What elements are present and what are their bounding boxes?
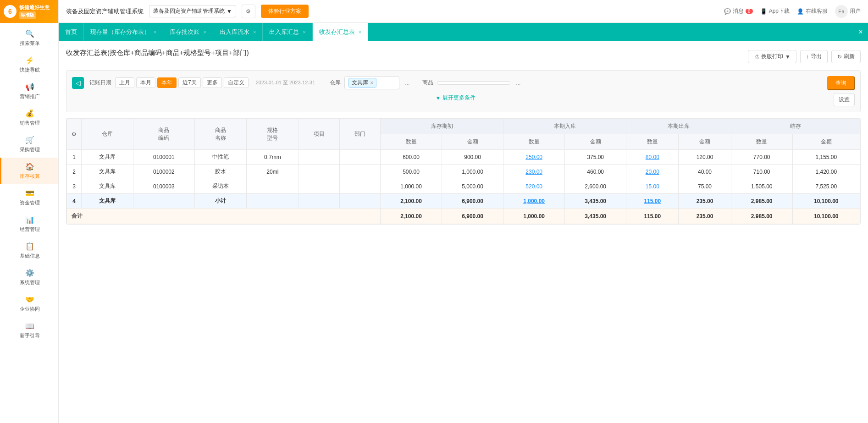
tab-close-icon[interactable]: × — [303, 29, 305, 35]
col-settings[interactable]: ⚙ — [67, 119, 82, 150]
date-btn-last-month[interactable]: 上月 — [115, 77, 134, 88]
basic-info-icon: 📋 — [25, 242, 34, 251]
row-open-qty: 2,100.00 — [381, 194, 442, 209]
warehouse-tag-close[interactable]: × — [370, 80, 373, 86]
tab-close-icon[interactable]: × — [359, 29, 361, 35]
col-out-header: 本期出库 — [626, 119, 731, 134]
app-tag: 标准版 — [19, 11, 36, 19]
col-warehouse-header: 仓库 — [82, 119, 133, 150]
row-goods-code — [133, 194, 194, 209]
date-shortcuts: 上月 本月 本年 近7天 更多 自定义 — [115, 77, 249, 88]
guide-icon: 📖 — [25, 322, 34, 330]
tab-home[interactable]: 首页 — [59, 23, 84, 41]
sidebar-item-label: 销售管理 — [20, 120, 40, 126]
col-in-amt-header: 金额 — [565, 134, 626, 150]
row-out-qty[interactable]: 15.00 — [626, 179, 679, 194]
row-in-amt: 3,435.00 — [565, 194, 626, 209]
sidebar-item-marketing[interactable]: 📢 营销推广 — [0, 78, 58, 104]
gear-icon: ⚙ — [246, 8, 251, 15]
row-open-qty: 1,000.00 — [381, 179, 442, 194]
row-close-amt: 1,420.00 — [792, 165, 860, 179]
sidebar-item-purchase[interactable]: 🛒 采购管理 — [0, 131, 58, 158]
tab-close-icon[interactable]: × — [154, 29, 156, 35]
goods-filter-input[interactable] — [437, 81, 510, 85]
tab-close-icon[interactable]: × — [203, 29, 206, 35]
row-open-qty: 500.00 — [381, 165, 442, 179]
content-area: 收发存汇总表(按仓库+商品编码+商品+规格型号+项目+部门) 🖨 换版打印 ▼ … — [59, 41, 868, 423]
quick-nav-icon: ⚡ — [25, 56, 34, 65]
sidebar-item-inventory[interactable]: 🏠 库存核算 — [0, 158, 58, 184]
row-out-qty[interactable]: 80.00 — [626, 150, 679, 165]
row-no: 3 — [67, 179, 82, 194]
filter-collapse-button[interactable]: ◁ — [72, 77, 84, 89]
sidebar-item-search[interactable]: 🔍 搜索菜单 — [0, 25, 58, 51]
sidebar-item-quick-nav[interactable]: ⚡ 快捷导航 — [0, 51, 58, 78]
warehouse-tag: 文具库 × — [348, 78, 376, 88]
sidebar-item-enterprise[interactable]: 🤝 企业协同 — [0, 291, 58, 317]
inventory-icon: 🏠 — [25, 162, 34, 171]
sidebar-item-basic-info[interactable]: 📋 基础信息 — [0, 237, 58, 264]
tab-receive-send-summary[interactable]: 收发存汇总表 × — [313, 23, 368, 41]
system-selector[interactable]: 装备及固定资产辅助管理系统 ▼ — [149, 5, 236, 17]
col-project-header: 项目 — [299, 119, 339, 150]
refresh-icon: ↻ — [837, 54, 842, 60]
close-all-tabs-button[interactable]: × — [853, 23, 868, 41]
row-out-qty[interactable]: 20.00 — [626, 165, 679, 179]
app-download-button[interactable]: 📱 App下载 — [760, 7, 790, 15]
row-in-qty[interactable]: 230.00 — [503, 165, 565, 179]
row-goods-code: 0100002 — [133, 165, 194, 179]
warehouse-more-button[interactable]: ... — [403, 80, 411, 86]
refresh-button[interactable]: ↻ 刷新 — [831, 50, 861, 63]
row-out-qty[interactable]: 115.00 — [626, 194, 679, 209]
filter-settings-button[interactable]: 设置 — [834, 93, 855, 106]
tab-in-out-flow[interactable]: 出入库流水 × — [213, 23, 263, 41]
expand-conditions-button[interactable]: ▼ 展开更多条件 — [89, 92, 822, 104]
chevron-down-icon: ▼ — [785, 54, 791, 60]
row-project — [299, 179, 339, 194]
row-in-qty[interactable]: 250.00 — [503, 150, 565, 165]
tab-close-icon[interactable]: × — [253, 29, 256, 35]
row-goods-spec: 20ml — [246, 165, 299, 179]
sidebar-item-label: 营销推广 — [20, 93, 40, 100]
user-menu[interactable]: Ea 用户 — [835, 5, 861, 18]
print-button[interactable]: 🖨 换版打印 ▼ — [748, 50, 796, 63]
sidebar-item-label: 系统管理 — [20, 279, 40, 286]
sidebar-item-guide[interactable]: 📖 新手引导 — [0, 317, 58, 344]
row-goods-spec — [246, 179, 299, 194]
date-btn-this-month[interactable]: 本月 — [136, 77, 155, 88]
main-area: 装备及固定资产辅助管理系统 装备及固定资产辅助管理系统 ▼ ⚙ 体验行业方案 💬… — [59, 0, 868, 423]
sidebar-item-finance[interactable]: 💳 资金管理 — [0, 184, 58, 211]
filter-main: 记账日期 上月 本月 本年 近7天 更多 自定义 2023-01-01 至 20… — [89, 76, 822, 104]
row-warehouse: 文具库 — [82, 194, 133, 209]
row-in-qty[interactable]: 520.00 — [503, 179, 565, 194]
row-close-amt: 1,155.00 — [792, 150, 860, 165]
row-in-qty[interactable]: 1,000.00 — [503, 194, 565, 209]
table-row: 2文具库0100002胶水20ml500.001,000.00230.00460… — [67, 165, 860, 179]
date-btn-more[interactable]: 更多 — [203, 77, 222, 88]
messages-button[interactable]: 💬 消息 6 — [724, 7, 753, 15]
row-open-amt: 6,900.00 — [442, 194, 503, 209]
tab-inventory-dist[interactable]: 现存量（库存分布表） × — [84, 23, 163, 41]
date-btn-7days[interactable]: 近7天 — [178, 77, 201, 88]
sidebar-item-label: 库存核算 — [20, 173, 40, 180]
sidebar-item-system[interactable]: ⚙️ 系统管理 — [0, 264, 58, 291]
date-btn-custom[interactable]: 自定义 — [224, 77, 249, 88]
tab-inventory-dist-label: 现存量（库存分布表） — [90, 28, 150, 36]
row-goods-code: 0100001 — [133, 150, 194, 165]
export-button[interactable]: ↑ 导出 — [800, 50, 828, 63]
query-button[interactable]: 查询 — [827, 76, 855, 90]
try-button[interactable]: 体验行业方案 — [261, 5, 309, 18]
tab-batch-account[interactable]: 库存批次账 × — [163, 23, 213, 41]
tab-in-out-summary[interactable]: 出入库汇总 × — [263, 23, 312, 41]
goods-more-button[interactable]: ... — [514, 80, 522, 86]
warehouse-filter-input[interactable]: 文具库 × — [344, 76, 399, 89]
table-row: 4文具库小计2,100.006,900.001,000.003,435.0011… — [67, 194, 860, 209]
sidebar-item-operations[interactable]: 📊 经营管理 — [0, 211, 58, 237]
row-close-qty: 770.00 — [731, 150, 792, 165]
date-btn-this-year[interactable]: 本年 — [157, 77, 177, 88]
sidebar-item-sales[interactable]: 💰 销售管理 — [0, 104, 58, 131]
settings-button[interactable]: ⚙ — [242, 5, 255, 18]
data-table-container: ⚙ 仓库 商品编码 商品名称 规格型号 项目 部门 库存期初 本期入库 本期出库… — [66, 118, 861, 225]
footer-open-qty: 2,100.00 — [381, 209, 442, 224]
online-service-button[interactable]: 👤 在线客服 — [797, 7, 828, 15]
